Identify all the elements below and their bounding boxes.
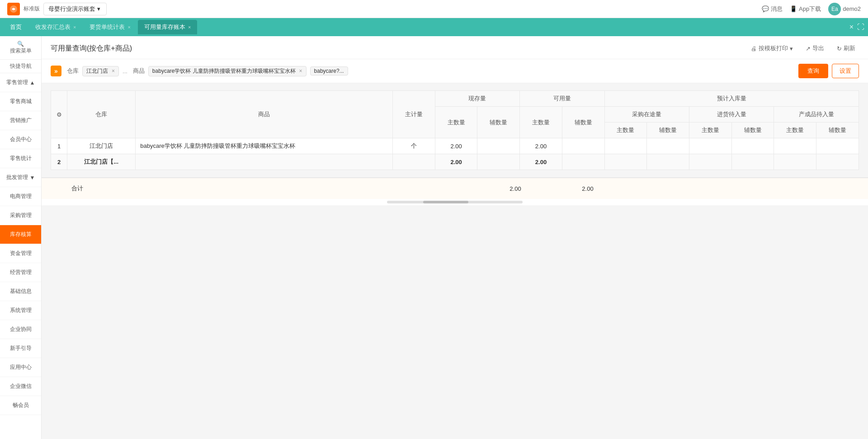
org-selector[interactable]: 母婴行业演示账套 ▾	[43, 3, 107, 15]
row-finished-main	[774, 138, 816, 154]
expand-filter-btn[interactable]: »	[51, 66, 61, 76]
footer-avail-aux	[606, 182, 642, 195]
sidebar-label: 库存核算	[10, 231, 32, 238]
row-purchase-main	[604, 154, 647, 170]
query-button[interactable]: 查询	[798, 64, 828, 78]
footer-stock-aux	[533, 182, 570, 195]
sidebar-quick-nav[interactable]: 快捷导航	[0, 60, 41, 73]
tab-keyongliang[interactable]: 可用量库存账本 ×	[138, 20, 197, 34]
remove-warehouse-icon[interactable]: ×	[112, 68, 115, 74]
table-area: ⚙ 仓库 商品 主计量 现存量 可用量 预计入库量 主数量 辅数量 主数量 辅数…	[42, 83, 868, 177]
row-num: 1	[51, 138, 67, 154]
export-btn[interactable]: ↗ 导出	[802, 42, 828, 54]
scrollbar-thumb[interactable]	[423, 201, 468, 203]
sidebar-item-ecommerce[interactable]: 电商管理	[0, 187, 41, 206]
sidebar-item-system[interactable]: 系统管理	[0, 301, 41, 320]
nav-tabs: 首页 收发存汇总表 × 要货单统计表 × 可用量库存账本 × × ⛶	[0, 18, 868, 36]
col-header-available-group: 可用量	[520, 91, 604, 107]
sidebar-label: 系统管理	[10, 307, 32, 314]
scroll-bar-area	[42, 199, 868, 205]
tab-close-icon[interactable]: ×	[188, 24, 191, 30]
sidebar-item-member[interactable]: 会员中心	[0, 130, 41, 149]
sidebar-item-newbie[interactable]: 新手引导	[0, 339, 41, 358]
close-all-btn[interactable]: ×	[849, 23, 854, 31]
setting-button[interactable]: 设置	[832, 64, 859, 78]
row-warehouse: 江北门店	[67, 138, 136, 154]
sidebar-item-retail-stats[interactable]: 零售统计	[0, 149, 41, 168]
message-icon: 💬	[762, 5, 769, 12]
row-purchase-aux	[647, 138, 689, 154]
remove-product1-icon[interactable]: ×	[299, 68, 302, 74]
row-finished-aux	[816, 138, 859, 154]
sidebar-item-purchase[interactable]: 采购管理	[0, 206, 41, 225]
table-settings-header[interactable]: ⚙	[51, 91, 67, 138]
product-tag2[interactable]: babycare?...	[310, 66, 348, 76]
col-header-stock-aux: 辅数量	[477, 107, 520, 138]
sidebar-label: 零售统计	[10, 155, 32, 162]
col-header-inbound-group: 预计入库量	[604, 91, 859, 107]
sidebar-item-zero-retail[interactable]: 零售管理 ▲	[0, 73, 41, 92]
row-warehouse: 江北门店【...	[67, 154, 136, 170]
sidebar-label: 企业协同	[10, 326, 32, 333]
sidebar-label: 采购管理	[10, 212, 32, 219]
avatar: Ea	[828, 3, 841, 15]
tab-home[interactable]: 首页	[4, 23, 28, 31]
footer-inbound-aux	[750, 182, 787, 195]
nav-right-actions: × ⛶	[849, 23, 864, 31]
row-inbound-main	[689, 154, 732, 170]
tab-close-icon[interactable]: ×	[127, 24, 130, 30]
sidebar-item-wholesale[interactable]: 批发管理 ▼	[0, 168, 41, 187]
sidebar-search[interactable]: 🔍 搜索菜单	[0, 36, 41, 60]
sidebar-item-basic[interactable]: 基础信息	[0, 282, 41, 301]
horizontal-scrollbar[interactable]	[387, 201, 523, 203]
user-avatar-btn[interactable]: Ea demo2	[828, 3, 861, 15]
chevron-icon: ▲	[30, 80, 35, 86]
row-avail-main: 2.00	[520, 138, 562, 154]
footer-purchase-aux	[678, 182, 714, 195]
sidebar-item-finance[interactable]: 资金管理	[0, 244, 41, 263]
col-header-product: 商品	[136, 91, 393, 138]
sidebar-item-wechat[interactable]: 企业微信	[0, 377, 41, 396]
sidebar-label: 畅会员	[13, 401, 29, 409]
row-purchase-aux	[647, 154, 689, 170]
message-btn[interactable]: 💬 消息	[762, 5, 783, 13]
footer-row: 合计 2.00 2.00	[51, 182, 859, 195]
col-header-inbound-main: 主数量	[689, 123, 732, 138]
col-header-avail-aux: 辅数量	[562, 107, 604, 138]
fullscreen-btn[interactable]: ⛶	[857, 23, 864, 31]
sidebar-item-zero-shop[interactable]: 零售商城	[0, 92, 41, 111]
page-actions: 🖨 按模板打印 ▾ ↗ 导出 ↻ 刷新	[747, 42, 859, 54]
sidebar-item-app-center[interactable]: 应用中心	[0, 358, 41, 377]
logo-text: 标准版	[24, 5, 40, 13]
chevron-down-icon: ▾	[790, 45, 793, 52]
print-btn[interactable]: 🖨 按模板打印 ▾	[747, 42, 797, 54]
product-label: 商品	[133, 67, 145, 75]
col-header-stock-main: 主数量	[435, 107, 477, 138]
refresh-icon: ↻	[837, 45, 842, 52]
row-stock-aux	[477, 154, 520, 170]
tab-close-icon[interactable]: ×	[73, 24, 76, 30]
product-filter: 商品 babycare学饮杯 儿童防摔防撞吸管杯重力球吸嘴杯宝宝水杯 × bab…	[133, 66, 348, 76]
row-finished-aux	[816, 154, 859, 170]
sidebar-item-marketing[interactable]: 营销推广	[0, 111, 41, 130]
sidebar-item-enterprise[interactable]: 企业协同	[0, 320, 41, 339]
sidebar-label: 应用中心	[10, 363, 32, 371]
row-avail-aux	[562, 154, 604, 170]
tab-yaohuo[interactable]: 要货单统计表 ×	[83, 20, 137, 34]
col-header-purchase-main: 主数量	[604, 123, 647, 138]
refresh-btn[interactable]: ↻ 刷新	[833, 42, 859, 54]
app-download-btn[interactable]: 📱 App下载	[790, 5, 821, 13]
sidebar-label: 经营管理	[10, 269, 32, 276]
sidebar-label: 电商管理	[10, 193, 32, 200]
col-header-main-unit: 主计量	[393, 91, 435, 138]
product-tag1[interactable]: babycare学饮杯 儿童防摔防撞吸管杯重力球吸嘴杯宝宝水杯 ×	[148, 66, 307, 76]
warehouse-tag[interactable]: 江北门店 ×	[82, 66, 119, 76]
filter-more-dots[interactable]: ...	[123, 68, 127, 75]
sidebar-item-vip[interactable]: 畅会员	[0, 396, 41, 415]
table-row: 2 江北门店【... 2.00 2.00	[51, 154, 859, 170]
sidebar-item-inventory[interactable]: 库存核算	[0, 225, 41, 244]
printer-icon: 🖨	[751, 45, 757, 52]
tab-shoufacun[interactable]: 收发存汇总表 ×	[29, 20, 82, 34]
sidebar-item-operation[interactable]: 经营管理	[0, 263, 41, 282]
col-header-purchase-transit: 采购在途量	[604, 107, 689, 123]
